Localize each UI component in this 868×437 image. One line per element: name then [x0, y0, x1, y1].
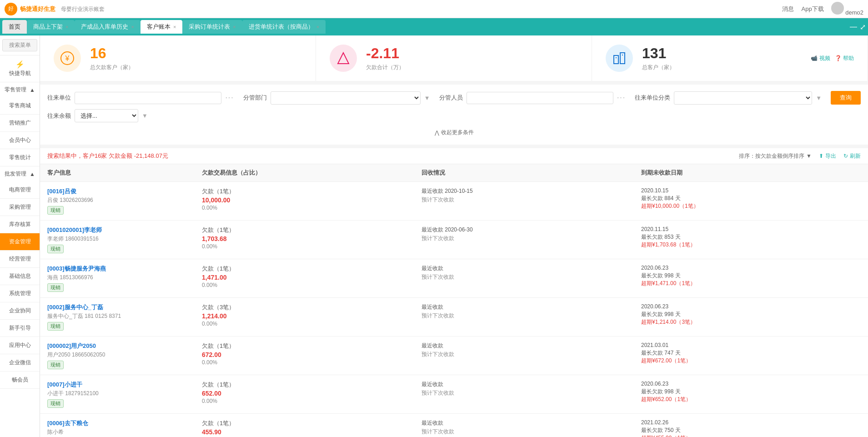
- svg-rect-5: [616, 57, 617, 58]
- sort-label: 排序：按欠款金额倒序排序: [739, 152, 804, 160]
- balance-label: 往来余额: [47, 112, 71, 120]
- sidebar-item-purchase[interactable]: 采购管理: [0, 199, 40, 216]
- debt-amount-number: -2.11: [366, 45, 404, 62]
- debt-total-text: 欠款金额 -21,148.07元: [109, 152, 168, 159]
- svg-rect-3: [614, 55, 618, 64]
- chevron-up-icon: ⋀: [435, 130, 439, 136]
- customer-name-4[interactable]: [0002]服务中心_丁磊: [47, 303, 202, 311]
- customer-tag-6: 现销: [47, 399, 64, 408]
- sidebar-item-retail-mgmt[interactable]: 零售管理 ▲: [0, 82, 40, 97]
- customer-sub-7: 陈小希: [47, 428, 202, 436]
- avatar[interactable]: demo2: [831, 2, 863, 16]
- message-btn[interactable]: 消息: [782, 5, 794, 13]
- collapse-btn[interactable]: ⋀ 收起更多条件: [47, 127, 861, 138]
- tab-inbound[interactable]: 进货单统计表（按商品） ×: [242, 20, 326, 34]
- chevron-down-icon: ▲: [30, 87, 35, 93]
- sidebar-search-btn[interactable]: 搜索菜单: [2, 39, 37, 51]
- sidebar-item-system[interactable]: 系统管理: [0, 285, 40, 302]
- export-btn[interactable]: ⬆ 导出: [819, 152, 836, 160]
- top-bar: 好 畅捷通好生意 母婴行业演示账套 消息 App下载 demo2: [0, 0, 868, 18]
- dept-select[interactable]: [271, 91, 421, 105]
- logo-area: 好 畅捷通好生意 母婴行业演示账套: [5, 3, 105, 15]
- customer-name-2[interactable]: [0001020001]李老师: [47, 226, 202, 234]
- table-row: [0001020001]李老师 李老师 18600391516 现销 欠款（1笔…: [40, 221, 868, 259]
- sort-btn[interactable]: 排序：按欠款金额倒序排序 ▼: [739, 152, 812, 160]
- query-button[interactable]: 查询: [831, 91, 861, 105]
- debt-info-1: 欠款（1笔） 10,000.00 0.00%: [202, 187, 421, 211]
- sidebar-item-enterprise-wechat[interactable]: 企业微信: [0, 354, 40, 372]
- customer-info-7: [0006]去下粮仓 陈小希 现销: [47, 419, 202, 437]
- due-info-2: 2020.11.15 最长欠款 853 天 超期¥1,703.68（1笔）: [641, 226, 861, 249]
- sidebar-search-area: 搜索菜单: [0, 35, 40, 55]
- video-btn[interactable]: 📹 视频: [811, 55, 830, 62]
- tab-close-purchase[interactable]: ×: [233, 24, 236, 30]
- customer-name-7[interactable]: [0006]去下粮仓: [47, 419, 202, 427]
- tab-close-product[interactable]: ×: [131, 24, 134, 30]
- debt-info-4: 欠款（3笔） 1,214.00 0.00%: [202, 303, 421, 327]
- tab-close-inbound[interactable]: ×: [316, 24, 319, 30]
- source-unit-input[interactable]: [75, 92, 221, 104]
- sidebar-item-member[interactable]: 会员中心: [0, 132, 40, 149]
- sidebar-item-marketing[interactable]: 营销推广: [0, 115, 40, 132]
- quicknav-icon: ⚡: [2, 60, 37, 69]
- sidebar-item-batch-mgmt[interactable]: 批发管理 ▲: [0, 166, 40, 181]
- sidebar-item-guide[interactable]: 新手引导: [0, 320, 40, 337]
- filter-person: 分管人员 ···: [439, 92, 626, 104]
- sidebar-item-app-center[interactable]: 应用中心: [0, 337, 40, 354]
- sidebar-item-quicknav[interactable]: ⚡ 快捷导航: [0, 55, 40, 82]
- customer-name-6[interactable]: [0007]小进干: [47, 381, 202, 389]
- collection-info-6: 最近收款 预计下次收款: [421, 381, 641, 397]
- tab-customer[interactable]: 客户账本 ×: [140, 20, 182, 34]
- top-bar-right: 消息 App下载 demo2: [782, 2, 863, 16]
- stat-info-total-customers: 131 总客户（家）: [642, 45, 675, 71]
- help-btn[interactable]: ❓ 帮助: [835, 55, 854, 62]
- balance-select[interactable]: 选择...: [75, 109, 138, 122]
- sidebar-item-ecommerce[interactable]: 电商管理: [0, 181, 40, 199]
- debt-info-5: 欠款（1笔） 672.00 0.00%: [202, 342, 421, 366]
- sidebar-item-enterprise[interactable]: 企业协同: [0, 302, 40, 320]
- table-header: 客户信息 欠款交易信息（占比） 回收情况 到期未收款日期: [40, 164, 868, 182]
- sidebar-item-retail-stats[interactable]: 零售统计: [0, 149, 40, 166]
- due-info-1: 2020.10.15 最长欠款 884 天 超期¥10,000.00（1笔）: [641, 187, 861, 210]
- due-info-4: 2020.06.23 最长欠款 998 天 超期¥1,214.00（3笔）: [641, 303, 861, 326]
- person-input[interactable]: [467, 92, 613, 104]
- window-minimize-icon[interactable]: —: [850, 23, 857, 31]
- customer-sub-6: 小进干 18279152100: [47, 390, 202, 397]
- tab-close-goods[interactable]: ×: [65, 24, 68, 30]
- due-info-5: 2021.03.01 最长欠款 747 天 超期¥672.00（1笔）: [641, 342, 861, 365]
- tab-close-customer[interactable]: ×: [173, 24, 176, 30]
- refresh-btn[interactable]: ↻ 刷新: [843, 152, 861, 160]
- app-download-btn[interactable]: App下载: [801, 5, 823, 13]
- sidebar-item-member-plus[interactable]: 畅会员: [0, 372, 40, 389]
- customer-name-1[interactable]: [0016]吕俊: [47, 187, 202, 196]
- debt-amount-icon: [330, 45, 357, 72]
- tab-purchase[interactable]: 采购订单统计表 ×: [182, 20, 242, 34]
- sidebar-item-inventory[interactable]: 库存核算: [0, 216, 40, 233]
- customer-sub-1: 吕俊 13026203696: [47, 196, 202, 204]
- total-customers-number: 131: [642, 45, 675, 62]
- customer-name-5[interactable]: [000002]用户2050: [47, 342, 202, 350]
- sidebar-item-finance[interactable]: 资金管理: [0, 233, 40, 251]
- stat-info-debt-customers: 16 总欠款客户（家）: [90, 45, 134, 71]
- tab-goods[interactable]: 商品上下架 ×: [27, 20, 75, 34]
- tab-home[interactable]: 首页: [2, 20, 27, 34]
- person-dots[interactable]: ···: [617, 94, 626, 102]
- refresh-icon: ↻: [843, 153, 848, 159]
- window-maximize-icon[interactable]: ⤢: [860, 23, 866, 31]
- dept-label: 分管部门: [243, 94, 267, 102]
- filter-row-1: 往来单位 ··· 分管部门 ▼ 分管人员 ··· 往来单位分类: [47, 91, 861, 105]
- unit-class-select[interactable]: [674, 91, 812, 105]
- source-unit-dots[interactable]: ···: [225, 94, 234, 102]
- sidebar-item-operation[interactable]: 经营管理: [0, 251, 40, 268]
- customer-sub-5: 用户2050 18665062050: [47, 351, 202, 359]
- customer-name-3[interactable]: [0003]畅捷服务尹海燕: [47, 265, 202, 273]
- demo-label: 母婴行业演示账套: [61, 6, 105, 12]
- debt-info-7: 欠款（1笔） 455.90 0.00%: [202, 419, 421, 437]
- sidebar-item-basic[interactable]: 基础信息: [0, 268, 40, 285]
- logo-icon: 好: [5, 3, 17, 15]
- stats-row: ¥ 16 总欠款客户（家） -2.11 欠款合计（万）: [40, 35, 868, 81]
- debt-info-3: 欠款（1笔） 1,471.00 0.00%: [202, 265, 421, 288]
- table-row: [0006]去下粮仓 陈小希 现销 欠款（1笔） 455.90 0.00% 最近…: [40, 414, 868, 437]
- tab-product[interactable]: 产成品入库单历史 ×: [75, 20, 140, 34]
- sidebar-item-retail-mall[interactable]: 零售商城: [0, 97, 40, 115]
